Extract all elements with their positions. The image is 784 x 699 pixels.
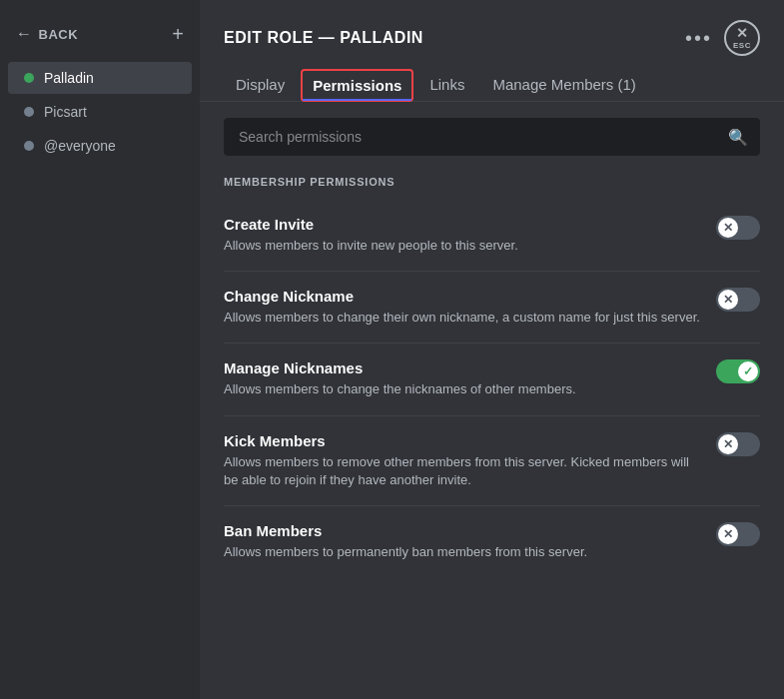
tabs-bar: Display Permissions Links Manage Members… — [200, 56, 784, 102]
tab-display[interactable]: Display — [224, 68, 297, 101]
toggle-create-invite[interactable]: ✕ — [716, 216, 760, 240]
permission-ban-members-desc: Allows members to permanently ban member… — [224, 543, 700, 561]
page-title: EDIT ROLE — PALLADIN — [224, 29, 423, 47]
toggle-x-icon: ✕ — [723, 527, 733, 541]
permission-ban-members-info: Ban Members Allows members to permanentl… — [224, 522, 716, 561]
toggle-manage-nicknames[interactable]: ✓ — [716, 359, 760, 383]
esc-button[interactable]: ✕ ESC — [724, 20, 760, 56]
permission-ban-members-name: Ban Members — [224, 522, 700, 539]
toggle-check-icon: ✓ — [743, 364, 753, 378]
main-header: EDIT ROLE — PALLADIN ••• ✕ ESC — [200, 0, 784, 56]
permission-change-nickname-name: Change Nickname — [224, 288, 700, 305]
permission-kick-members: Kick Members Allows members to remove ot… — [224, 416, 760, 506]
toggle-change-nickname[interactable]: ✕ — [716, 288, 760, 312]
content-area: 🔍 MEMBERSHIP PERMISSIONS Create Invite A… — [200, 102, 784, 699]
esc-x-icon: ✕ — [736, 26, 748, 40]
search-input[interactable] — [224, 118, 760, 156]
more-options-button[interactable]: ••• — [685, 27, 712, 50]
permission-kick-members-desc: Allows members to remove other members f… — [224, 453, 700, 489]
tab-display-label: Display — [236, 76, 285, 93]
sidebar-item-everyone-label: @everyone — [44, 138, 116, 154]
tab-permissions-label: Permissions — [313, 77, 401, 94]
palladin-status-dot — [24, 73, 34, 83]
permission-manage-nicknames-desc: Allows members to change the nicknames o… — [224, 380, 700, 398]
permission-change-nickname: Change Nickname Allows members to change… — [224, 272, 760, 344]
toggle-x-icon: ✕ — [723, 221, 733, 235]
permission-create-invite-info: Create Invite Allows members to invite n… — [224, 216, 716, 255]
tab-links[interactable]: Links — [417, 68, 476, 101]
permission-kick-members-name: Kick Members — [224, 432, 700, 449]
permission-manage-nicknames: Manage Nicknames Allows members to chang… — [224, 344, 760, 415]
sidebar-item-palladin-label: Palladin — [44, 70, 94, 86]
add-role-button[interactable]: + — [172, 24, 184, 44]
tab-permissions[interactable]: Permissions — [301, 69, 413, 102]
tab-links-label: Links — [429, 76, 464, 93]
toggle-x-icon: ✕ — [723, 293, 733, 307]
search-icon[interactable]: 🔍 — [728, 128, 748, 147]
toggle-kick-members-knob: ✕ — [718, 434, 738, 454]
everyone-status-dot — [24, 141, 34, 151]
sidebar: ← BACK + Palladin Picsart @everyone — [0, 0, 200, 699]
toggle-kick-members[interactable]: ✕ — [716, 432, 760, 456]
permission-create-invite-name: Create Invite — [224, 216, 700, 233]
sidebar-item-picsart[interactable]: Picsart — [8, 96, 192, 128]
esc-label: ESC — [733, 41, 751, 50]
permission-manage-nicknames-info: Manage Nicknames Allows members to chang… — [224, 359, 716, 398]
sidebar-item-palladin[interactable]: Palladin — [8, 62, 192, 94]
permission-manage-nicknames-name: Manage Nicknames — [224, 359, 700, 376]
header-actions: ••• ✕ ESC — [685, 20, 760, 56]
sidebar-header: ← BACK + — [0, 16, 200, 60]
sidebar-item-picsart-label: Picsart — [44, 104, 87, 120]
permission-ban-members: Ban Members Allows members to permanentl… — [224, 506, 760, 577]
toggle-ban-members-knob: ✕ — [718, 524, 738, 544]
permission-create-invite-desc: Allows members to invite new people to t… — [224, 237, 700, 255]
main-panel: EDIT ROLE — PALLADIN ••• ✕ ESC Display P… — [200, 0, 784, 699]
tab-manage-members-label: Manage Members (1) — [492, 76, 635, 93]
permission-change-nickname-info: Change Nickname Allows members to change… — [224, 288, 716, 327]
permission-kick-members-info: Kick Members Allows members to remove ot… — [224, 432, 716, 489]
permission-create-invite: Create Invite Allows members to invite n… — [224, 200, 760, 272]
permission-change-nickname-desc: Allows members to change their own nickn… — [224, 309, 700, 327]
toggle-create-invite-knob: ✕ — [718, 218, 738, 238]
back-label: BACK — [39, 27, 79, 42]
toggle-change-nickname-knob: ✕ — [718, 290, 738, 310]
search-container: 🔍 — [224, 118, 760, 156]
sidebar-item-everyone[interactable]: @everyone — [8, 130, 192, 162]
tab-manage-members[interactable]: Manage Members (1) — [480, 68, 647, 101]
picsart-status-dot — [24, 107, 34, 117]
back-arrow-icon: ← — [16, 25, 33, 43]
membership-section-label: MEMBERSHIP PERMISSIONS — [224, 176, 760, 188]
toggle-manage-nicknames-knob: ✓ — [738, 361, 758, 381]
back-button[interactable]: ← BACK — [16, 25, 78, 43]
toggle-x-icon: ✕ — [723, 437, 733, 451]
toggle-ban-members[interactable]: ✕ — [716, 522, 760, 546]
